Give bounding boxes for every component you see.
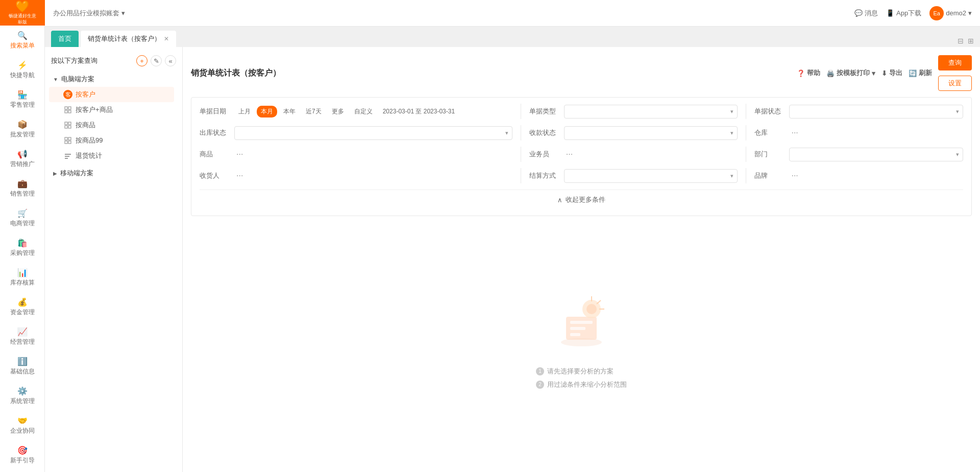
order-type-select-wrapper xyxy=(564,105,738,119)
sidebar-item-app-center[interactable]: 📱 应用中心 xyxy=(0,470,44,472)
divider-1 xyxy=(521,104,521,119)
add-scheme-btn[interactable]: + xyxy=(136,55,148,66)
sidebar-item-basic[interactable]: ℹ️ 基础信息 xyxy=(0,351,44,381)
divider-2 xyxy=(746,104,746,119)
order-type-select[interactable] xyxy=(564,105,738,119)
sidebar-item-enterprise[interactable]: 🤝 企业协同 xyxy=(0,411,44,440)
sidebar-item-ecommerce[interactable]: 🛒 电商管理 xyxy=(0,203,44,233)
content-area: 按以下方案查询 + ✎ « ▼ 电脑端方案 客 按客户 xyxy=(45,47,980,472)
help-btn[interactable]: ❓ 帮助 xyxy=(797,68,820,78)
app-download-btn[interactable]: 📱 App下载 xyxy=(886,9,921,18)
sidebar-item-search[interactable]: 🔍 搜索菜单 xyxy=(0,26,44,55)
filter-product: 商品 ··· xyxy=(200,150,512,159)
sidebar-item-wholesale[interactable]: 📦 批发管理 xyxy=(0,114,44,144)
tab-close-icon[interactable]: ✕ xyxy=(164,35,169,42)
date-tag-more[interactable]: 更多 xyxy=(328,106,348,117)
sidebar-item-ecommerce-label: 电商管理 xyxy=(10,220,35,227)
receiver-label: 收货人 xyxy=(200,171,230,180)
account-selector[interactable]: 办公用品行业模拟账套 ▾ xyxy=(53,9,125,18)
sidebar-item-system[interactable]: ⚙️ 系统管理 xyxy=(0,381,44,411)
filter-row-3: 商品 ··· 业务员 ··· 部门 xyxy=(200,147,963,162)
date-tag-custom[interactable]: 自定义 xyxy=(350,106,377,117)
tip-1-text: 请先选择要分析的方案 xyxy=(547,367,614,376)
template-print-label: 按模板打印 xyxy=(837,68,870,78)
edit-scheme-btn[interactable]: ✎ xyxy=(151,55,162,66)
by-product-label: 按商品 xyxy=(76,121,95,130)
account-name: 办公用品行业模拟账套 xyxy=(53,9,119,18)
purchase-icon: 🛍️ xyxy=(2,238,42,248)
sidebar-item-purchase[interactable]: 🛍️ 采购管理 xyxy=(0,233,44,263)
tab-minimize-icon[interactable]: ⊟ xyxy=(958,37,964,45)
date-tag-this-month[interactable]: 本月 xyxy=(257,106,277,117)
message-btn[interactable]: 💬 消息 xyxy=(854,9,878,18)
tree-item-by-customer-product[interactable]: 按客户+商品 xyxy=(49,102,174,117)
warehouse-dots[interactable]: ··· xyxy=(791,128,798,137)
sidebar-item-system-label: 系统管理 xyxy=(10,397,35,405)
sidebar-item-business[interactable]: 📈 经营管理 xyxy=(0,322,44,351)
template-print-btn[interactable]: 🖨️ 按模板打印 ▾ xyxy=(826,68,875,78)
sidebar-item-sales[interactable]: 💼 销售管理 xyxy=(0,174,44,203)
tree-item-by-customer[interactable]: 客 按客户 xyxy=(49,87,174,102)
brand-dots[interactable]: ··· xyxy=(791,171,798,180)
filter-salesperson: 业务员 ··· xyxy=(529,150,738,159)
svg-rect-18 xyxy=(570,327,585,330)
mobile-group-header[interactable]: ▶ 移动端方案 xyxy=(49,166,178,181)
out-status-select-wrapper xyxy=(234,126,512,140)
refresh-btn[interactable]: 🔄 刷新 xyxy=(909,68,932,78)
salesperson-dots[interactable]: ··· xyxy=(566,150,573,159)
sidebar-item-retail-label: 零售管理 xyxy=(10,101,35,108)
tree-item-by-product99[interactable]: 按商品99 xyxy=(49,133,174,148)
desktop-group-header[interactable]: ▼ 电脑端方案 xyxy=(49,72,178,87)
tree-item-return-stat[interactable]: 退货统计 xyxy=(49,148,174,163)
sidebar-item-quick-nav[interactable]: ⚡ 快捷导航 xyxy=(0,55,44,85)
date-tag-this-year[interactable]: 本年 xyxy=(279,106,300,117)
svg-rect-9 xyxy=(68,137,71,140)
tab-home[interactable]: 首页 xyxy=(51,31,79,47)
app-download-label: App下载 xyxy=(896,9,921,18)
department-select[interactable] xyxy=(789,148,963,161)
date-tag-last-7-days[interactable]: 近7天 xyxy=(302,106,326,117)
svg-rect-14 xyxy=(65,158,68,159)
collection-status-select[interactable] xyxy=(564,126,738,140)
sidebar-item-newbie[interactable]: 🎯 新手引导 xyxy=(0,440,44,470)
tab-maximize-icon[interactable]: ⊞ xyxy=(968,37,974,45)
settlement-select[interactable] xyxy=(564,169,738,183)
product-dots[interactable]: ··· xyxy=(236,150,243,159)
by-product-icon xyxy=(63,121,72,130)
sales-icon: 💼 xyxy=(2,179,42,188)
tab-sales-stat[interactable]: 销货单统计表（按客户） ✕ xyxy=(81,31,176,47)
receiver-dots[interactable]: ··· xyxy=(236,171,243,180)
user-dropdown-icon: ▾ xyxy=(968,9,972,17)
sidebar-item-finance[interactable]: 💰 资金管理 xyxy=(0,292,44,322)
settlement-label: 结算方式 xyxy=(529,171,560,180)
left-panel-actions: + ✎ « xyxy=(136,55,176,66)
settings-button[interactable]: 设置 xyxy=(938,76,972,91)
collapse-bar[interactable]: ∧ 收起更多条件 xyxy=(200,190,963,209)
query-button[interactable]: 查询 xyxy=(938,55,972,70)
tree-item-by-product[interactable]: 按商品 xyxy=(49,117,174,133)
tip-2-text: 用过滤条件来缩小分析范围 xyxy=(547,380,627,389)
by-customer-icon: 客 xyxy=(63,90,72,99)
date-filter-label: 单据日期 xyxy=(200,107,230,116)
export-btn[interactable]: ⬇ 导出 xyxy=(881,68,902,78)
divider-4 xyxy=(746,125,746,140)
sidebar-item-inventory[interactable]: 📊 库存核算 xyxy=(0,263,44,292)
order-status-select[interactable] xyxy=(789,105,963,119)
collapse-panel-btn[interactable]: « xyxy=(165,55,176,66)
user-menu[interactable]: Ea demo2 ▾ xyxy=(929,6,972,20)
desktop-group-label: 电脑端方案 xyxy=(61,75,94,84)
sidebar-item-marketing[interactable]: 📢 营销推广 xyxy=(0,144,44,174)
help-icon: ❓ xyxy=(797,69,805,77)
date-tag-last-month[interactable]: 上月 xyxy=(234,106,255,117)
svg-rect-5 xyxy=(68,122,71,125)
ecommerce-icon: 🛒 xyxy=(2,208,42,218)
left-panel-header: 按以下方案查询 + ✎ « xyxy=(45,52,182,72)
filter-department: 部门 xyxy=(754,148,963,161)
divider-6 xyxy=(746,147,746,162)
svg-rect-8 xyxy=(65,137,67,140)
svg-rect-1 xyxy=(68,107,71,109)
app-subtitle: 标版 xyxy=(18,19,27,26)
empty-illustration xyxy=(551,291,612,361)
out-status-select[interactable] xyxy=(234,126,512,140)
sidebar-item-retail[interactable]: 🏪 零售管理 xyxy=(0,85,44,114)
